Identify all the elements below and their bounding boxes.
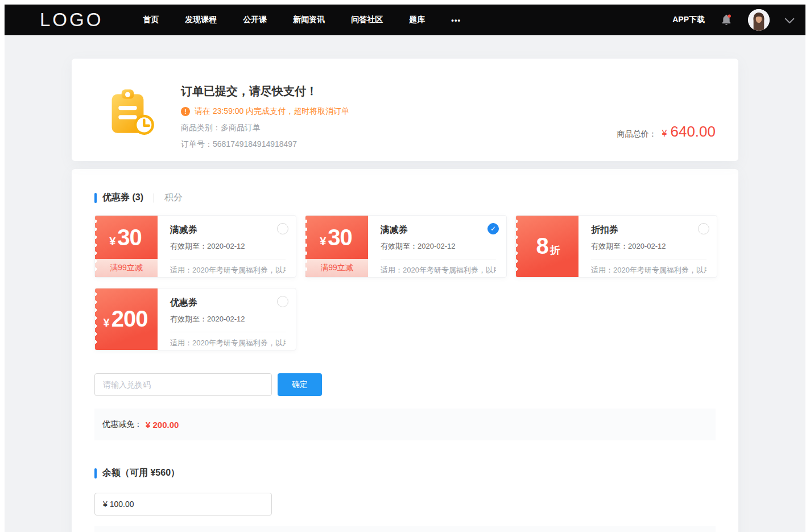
account-chevron-down-icon[interactable] [785,14,795,23]
nav-item-qa-community[interactable]: 问答社区 [351,15,383,25]
nav-more-icon[interactable]: ••• [451,16,461,24]
nav-menu: 首页 发现课程 公开课 新闻资讯 问答社区 题库 ••• [143,15,461,25]
payment-deadline-text: 请在 23:59:00 内完成支付，超时将取消订单 [195,106,349,117]
coupon-condition: 满99立减 [95,259,158,277]
redeem-confirm-button[interactable]: 确定 [278,373,322,396]
coupon-validity: 有效期至：2020-02-12 [591,241,706,251]
coupon-currency: ¥ [109,235,115,248]
coupon-list: ¥30 满99立减 满减券 有效期至：2020-02-12 适用：2020年考研… [94,215,720,350]
app-download-link[interactable]: APP下载 [672,15,705,25]
content-container: 订单已提交，请尽快支付！ ! 请在 23:59:00 内完成支付，超时将取消订单… [72,59,738,532]
coupon-scope: 适用：2020年考研专属福利券，以用... [170,338,286,348]
coupon-card[interactable]: 8折 折扣券 有效期至：2020-02-12 适用：2020年考研专属福利券，以… [515,215,717,278]
coupon-section-header: 优惠券 (3) 积分 [94,192,716,204]
coupon-amount: 200 [111,306,148,332]
top-nav: LOGO 首页 发现课程 公开课 新闻资讯 问答社区 题库 ••• APP下载 [5,5,805,35]
coupon-value-panel: ¥30 满99立减 [305,216,368,277]
coupon-detail: 满减券 有效期至：2020-02-12 适用：2020年考研专属福利券，以用..… [158,216,296,277]
tab-coupons[interactable]: 优惠券 (3) [102,192,143,204]
coupon-name: 满减券 [381,224,496,236]
coupon-radio[interactable] [277,296,288,307]
nav-right-group: APP下载 [672,9,792,31]
coupon-detail: 折扣券 有效期至：2020-02-12 适用：2020年考研专属福利券，以用..… [578,216,717,277]
order-total-currency: ¥ [662,129,667,139]
coupon-scope: 适用：2020年考研专属福利券，以用... [170,265,286,275]
coupon-card[interactable]: ¥30 满99立减 满减券 有效期至：2020-02-12 适用：2020年考研… [305,215,507,278]
balance-section-header: 余额（可用 ¥560） [94,467,716,479]
logo: LOGO [40,9,103,31]
coupon-divider [381,259,496,259]
payment-options-card: 优惠券 (3) 积分 ¥30 满99立减 满减券 [72,169,738,532]
coupon-value-panel: 8折 [516,216,578,277]
redeem-code-row: 确定 [94,373,716,396]
coupon-radio[interactable] [698,223,709,234]
nav-item-home[interactable]: 首页 [143,15,159,25]
order-number-label: 订单号： [181,139,213,149]
coupon-value-panel: ¥30 满99立减 [95,216,158,277]
user-avatar[interactable] [748,9,770,31]
coupon-amount: 30 [328,225,352,250]
nav-item-question-bank[interactable]: 题库 [409,15,425,25]
order-title: 订单已提交，请尽快支付！ [181,84,349,99]
coupon-detail: 优惠券 有效期至：2020-02-12 适用：2020年考研专属福利券，以用..… [158,288,296,350]
order-number-row: 订单号：5681749184914918497 [181,139,349,150]
warning-icon: ! [181,107,190,116]
coupon-amount: 8 [536,233,548,259]
tab-divider [154,193,154,203]
redeem-code-input[interactable] [94,373,272,396]
order-category-row: 商品类别：多商品订单 [181,123,349,133]
section-accent-bar [94,193,97,203]
nav-item-open-courses[interactable]: 公开课 [243,15,267,25]
balance-amount-input[interactable] [94,493,272,515]
coupon-name: 满减券 [170,224,286,236]
coupon-validity: 有效期至：2020-02-12 [170,314,286,324]
coupon-validity: 有效期至：2020-02-12 [381,241,496,251]
coupon-amount: 30 [117,225,142,250]
balance-title: 余额（可用 ¥560） [102,467,180,479]
coupon-divider [591,259,706,259]
coupon-amount-unit: 折 [550,244,560,257]
coupon-scope: 适用：2020年考研专属福利券，以用... [591,265,706,275]
coupon-card[interactable]: ¥30 满99立减 满减券 有效期至：2020-02-12 适用：2020年考研… [94,215,296,278]
order-total: 商品总价： ¥ 640.00 [617,123,716,141]
order-category-label: 商品类别： [181,123,221,132]
order-clipboard-clock-icon [105,85,156,138]
coupon-value-panel: ¥200 [95,288,158,350]
discount-label: 优惠减免： [102,419,142,430]
next-summary-row [94,526,716,532]
tab-points[interactable]: 积分 [164,192,183,204]
coupon-scope: 适用：2020年考研专属福利券，以用... [381,265,496,275]
coupon-divider [170,332,286,332]
coupon-divider [170,259,286,259]
coupon-detail: 满减券 有效期至：2020-02-12 适用：2020年考研专属福利券，以用..… [368,216,506,277]
order-info: 订单已提交，请尽快支付！ ! 请在 23:59:00 内完成支付，超时将取消订单… [181,84,349,161]
coupon-name: 优惠券 [170,297,286,309]
page-frame: LOGO 首页 发现课程 公开课 新闻资讯 问答社区 题库 ••• APP下载 [5,5,805,532]
coupon-condition: 满99立减 [305,259,368,277]
notification-bell-icon[interactable] [720,13,733,27]
coupon-currency: ¥ [320,235,326,248]
coupon-card[interactable]: ¥200 优惠券 有效期至：2020-02-12 适用：2020年考研专属福利券… [94,288,296,350]
nav-item-news[interactable]: 新闻资讯 [293,15,325,25]
discount-summary-row: 优惠减免： ¥ 200.00 [94,409,716,440]
discount-value: ¥ 200.00 [146,420,179,430]
order-number-value: 5681749184914918497 [213,139,297,149]
order-total-label: 商品总价： [617,129,657,139]
payment-deadline-row: ! 请在 23:59:00 内完成支付，超时将取消订单 [181,106,349,117]
coupon-name: 折扣券 [591,224,706,236]
section-accent-bar [94,468,97,479]
coupon-radio[interactable] [277,223,288,234]
order-category-value: 多商品订单 [221,123,261,132]
order-status-card: 订单已提交，请尽快支付！ ! 请在 23:59:00 内完成支付，超时将取消订单… [72,59,738,161]
page-background: 订单已提交，请尽快支付！ ! 请在 23:59:00 内完成支付，超时将取消订单… [5,35,805,532]
coupon-validity: 有效期至：2020-02-12 [170,241,286,251]
coupon-radio-selected[interactable] [487,223,499,234]
order-total-value: 640.00 [670,123,716,141]
coupon-currency: ¥ [104,316,110,329]
nav-item-discover-courses[interactable]: 发现课程 [185,15,217,25]
